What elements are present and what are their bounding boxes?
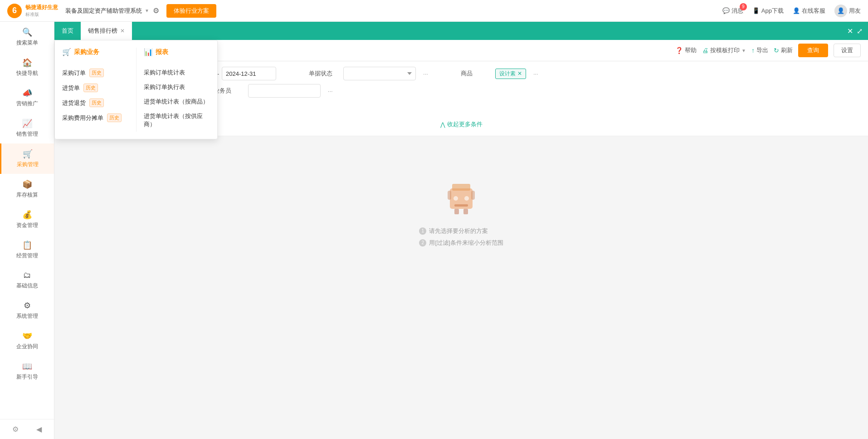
user-btn[interactable]: 👤 用友 — [834, 5, 861, 17]
home-icon: 🏠 — [22, 58, 32, 68]
help-btn[interactable]: ❓ 帮助 — [675, 46, 697, 54]
refresh-icon: ↻ — [774, 47, 779, 54]
tab-close-icon[interactable]: ✕ — [120, 28, 125, 34]
logo-text: 畅捷通好生意 标准版 — [25, 4, 58, 18]
sidebar-bottom: ⚙ ◀ — [0, 419, 54, 439]
help-icon: ❓ — [675, 47, 683, 54]
logo-icon: 6 — [7, 4, 22, 18]
history-badge-3: 历史 — [107, 113, 122, 122]
sidebar-item-operation[interactable]: 📋 经营管理 — [0, 235, 54, 265]
logo: 6 畅捷通好生意 标准版 — [7, 4, 62, 18]
goods-tag-close[interactable]: ✕ — [517, 70, 522, 77]
svg-rect-6 — [471, 191, 475, 200]
sidebar-item-marketing[interactable]: 📣 营销推广 — [0, 83, 54, 113]
tab-sales-rank[interactable]: 销售排行榜 ✕ — [81, 22, 132, 40]
marketing-icon: 📣 — [22, 88, 32, 98]
svg-rect-1 — [452, 184, 470, 191]
print-dropdown-arrow[interactable]: ▼ — [741, 48, 746, 53]
sidebar-collapse-icon[interactable]: ◀ — [36, 425, 42, 434]
doc-status-label: 单据状态 — [309, 69, 336, 78]
basic-icon: 🗂 — [23, 271, 31, 280]
sidebar-item-basic[interactable]: 🗂 基础信息 — [0, 265, 54, 295]
avatar: 👤 — [834, 5, 847, 17]
menu-item-purchase-fee[interactable]: 采购费用分摊单 历史 — [62, 110, 129, 125]
system-icon: ⚙ — [24, 301, 31, 311]
topbar-right: 💬 消息 9 📱 App下载 👤 在线客服 👤 用友 — [722, 5, 861, 17]
doc-status-select[interactable] — [343, 67, 416, 80]
online-service-btn[interactable]: 👤 在线客服 — [793, 7, 825, 15]
menu-item-order-stat[interactable]: 采购订单统计表 — [144, 65, 210, 80]
sidebar-item-capital[interactable]: 💰 资金管理 — [0, 204, 54, 235]
sidebar-item-cooperation[interactable]: 🤝 企业协同 — [0, 326, 54, 356]
industry-btn[interactable]: 体验行业方案 — [166, 4, 216, 18]
sidebar-item-search[interactable]: 🔍 搜索菜单 — [0, 22, 54, 52]
history-badge-1: 历史 — [83, 84, 98, 92]
empty-state: 1 请先选择要分析的方案 2 用[过滤]条件来缩小分析范围 — [54, 136, 868, 285]
menu-item-purchase-return[interactable]: 进货退货 历史 — [62, 95, 129, 110]
dropdown-purchase-col: 🛒 采购业务 采购订单 历史 进货单 历史 进货退货 历史 采购费用分摊单 历史 — [55, 48, 136, 132]
search-icon: 🔍 — [22, 27, 32, 37]
sidebar-settings-icon[interactable]: ⚙ — [12, 425, 19, 434]
staff-input[interactable] — [248, 84, 321, 98]
guide-icon: 📖 — [22, 361, 32, 371]
purchase-col-title: 🛒 采购业务 — [62, 48, 129, 60]
menu-item-purchase-in[interactable]: 进货单 历史 — [62, 80, 129, 95]
system-dropdown-arrow: ▼ — [145, 8, 149, 13]
system-name[interactable]: 装备及固定资产辅助管理系统 ▼ — [65, 7, 149, 15]
app-download-btn[interactable]: 📱 App下载 — [752, 7, 784, 15]
history-badge-0: 历史 — [89, 69, 104, 77]
report-col-icon: 📊 — [144, 48, 153, 56]
gear-icon[interactable]: ⚙ — [153, 6, 159, 15]
empty-step-1: 1 请先选择要分析的方案 — [419, 225, 503, 237]
collapse-btn[interactable]: ⋀ 收起更多条件 — [435, 118, 488, 130]
history-badge-2: 历史 — [89, 99, 104, 107]
query-btn[interactable]: 查询 — [798, 44, 828, 57]
goods-label: 商品 — [461, 69, 488, 78]
sidebar: 🔍 搜索菜单 🏠 快捷导航 📣 营销推广 📈 销售管理 🛒 采购管理 📦 库存核… — [0, 22, 54, 439]
empty-step-2: 2 用[过滤]条件来缩小分析范围 — [419, 237, 503, 249]
collapse-icon: ⋀ — [440, 121, 445, 128]
purchase-dropdown: 🛒 采购业务 采购订单 历史 进货单 历史 进货退货 历史 采购费用分摊单 历史 — [54, 40, 218, 139]
export-icon: ↑ — [751, 47, 755, 54]
staff-more-icon[interactable]: ··· — [328, 88, 333, 94]
message-btn[interactable]: 💬 消息 9 — [722, 7, 743, 15]
menu-item-order-exec[interactable]: 采购订单执行表 — [144, 80, 210, 94]
menu-item-in-goods[interactable]: 进货单统计表（按商品） — [144, 94, 210, 109]
goods-tag: 设计素 ✕ — [495, 69, 526, 79]
sales-icon: 📈 — [22, 118, 32, 128]
sidebar-item-guide[interactable]: 📖 新手引导 — [0, 356, 54, 386]
doc-status-more-icon[interactable]: ··· — [423, 70, 428, 77]
service-icon: 👤 — [793, 7, 800, 14]
dropdown-report-col: 📊 报表 采购订单统计表 采购订单执行表 进货单统计表（按商品） 进货单统计表（… — [136, 48, 218, 132]
tab-close-window-icon[interactable]: ✕ — [847, 27, 853, 35]
tab-home[interactable]: 首页 — [54, 22, 81, 40]
sidebar-item-system[interactable]: ⚙ 系统管理 — [0, 295, 54, 326]
capital-icon: 💰 — [22, 210, 32, 220]
export-btn[interactable]: ↑ 导出 — [751, 46, 768, 54]
menu-item-in-supplier[interactable]: 进货单统计表（按供应商） — [144, 109, 210, 132]
cooperation-icon: 🤝 — [22, 331, 32, 341]
empty-illustration — [434, 173, 488, 218]
settings-btn[interactable]: 设置 — [834, 44, 861, 57]
svg-rect-4 — [454, 204, 468, 207]
sidebar-item-purchase[interactable]: 🛒 采购管理 — [0, 143, 54, 174]
sidebar-item-sales[interactable]: 📈 销售管理 — [0, 113, 54, 143]
sidebar-item-inventory[interactable]: 📦 库存核算 — [0, 174, 54, 204]
purchase-col-icon: 🛒 — [62, 48, 71, 56]
sidebar-item-quick[interactable]: 🏠 快捷导航 — [0, 52, 54, 83]
refresh-btn[interactable]: ↻ 刷新 — [774, 46, 793, 54]
menu-item-purchase-order[interactable]: 采购订单 历史 — [62, 65, 129, 80]
phone-icon: 📱 — [752, 7, 760, 14]
svg-rect-8 — [463, 209, 468, 214]
tab-maximize-icon[interactable]: ⤢ — [857, 27, 863, 35]
goods-more-icon[interactable]: ··· — [533, 70, 538, 77]
svg-rect-5 — [448, 191, 451, 200]
topbar: 6 畅捷通好生意 标准版 装备及固定资产辅助管理系统 ▼ ⚙ 体验行业方案 💬 … — [0, 0, 868, 22]
print-btn[interactable]: 🖨 按模板打印 ▼ — [702, 46, 746, 54]
tab-actions: ✕ ⤢ — [842, 27, 868, 35]
svg-point-2 — [454, 196, 458, 201]
date-end-input[interactable] — [222, 67, 276, 80]
print-icon: 🖨 — [702, 47, 708, 54]
svg-rect-7 — [454, 209, 459, 214]
operation-icon: 📋 — [22, 240, 32, 250]
